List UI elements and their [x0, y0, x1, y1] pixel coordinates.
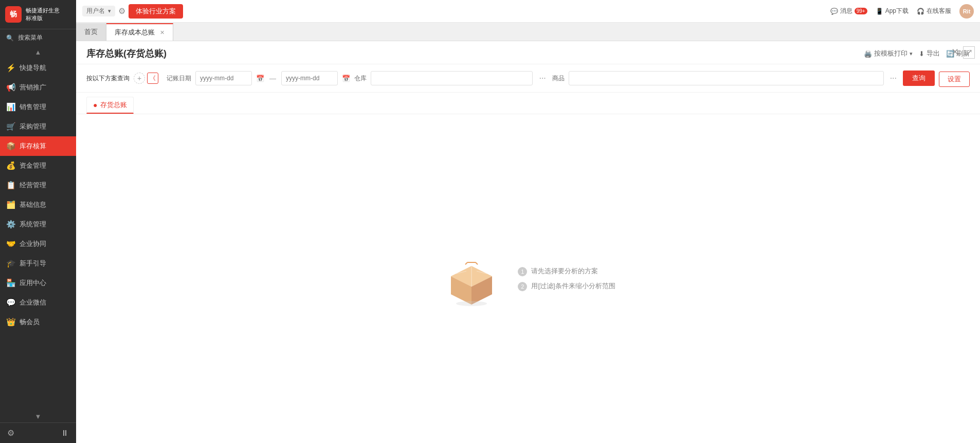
operation-icon: 📋 — [6, 181, 15, 190]
avatar-text: Rit — [963, 8, 971, 14]
quicknav-icon: ⚡ — [6, 63, 15, 73]
logo-subtitle: 标准版 — [26, 14, 60, 22]
date-from-input[interactable] — [195, 71, 252, 85]
product-more-icon[interactable]: ··· — [890, 74, 897, 83]
warehouse-input-area[interactable] — [371, 71, 533, 85]
sidebar-item-quicknav-label: 快捷导航 — [20, 63, 46, 73]
filter-add-btn[interactable]: + — [134, 73, 145, 84]
export-btn[interactable]: ⬇ 导出 — [919, 49, 940, 58]
sidebar-scroll-up[interactable]: ▲ — [0, 46, 76, 58]
sidebar-item-basic-label: 基础信息 — [20, 200, 46, 209]
headset-icon: 🎧 — [917, 8, 924, 15]
vip-icon: 👑 — [6, 317, 15, 327]
sidebar-item-finance-label: 资金管理 — [20, 161, 46, 170]
messages-label: 消息 — [840, 7, 852, 15]
filter-label: 按以下方案查询 — [86, 74, 130, 83]
sidebar-item-vip[interactable]: 👑 畅会员 — [0, 312, 76, 332]
sidebar-item-basic[interactable]: 🗂️ 基础信息 — [0, 195, 76, 215]
sidebar-item-sales-label: 销售管理 — [20, 102, 46, 112]
hint1-num: 1 — [518, 267, 527, 276]
sidebar-item-quicknav[interactable]: ⚡ 快捷导航 — [0, 58, 76, 78]
date-to-input[interactable] — [281, 71, 338, 85]
sidebar-scroll-down[interactable]: ▼ — [0, 411, 76, 422]
warehouse-label: 仓库 — [354, 74, 367, 83]
hint1-text: 请先选择要分析的方案 — [531, 267, 598, 276]
finance-icon: 💰 — [6, 161, 15, 170]
messages-badge: 99+ — [855, 8, 867, 14]
close-btn[interactable]: ✕ — [951, 46, 959, 59]
phone-icon: 📱 — [876, 8, 883, 15]
sidebar-item-appstore-label: 应用中心 — [20, 278, 46, 288]
sidebar-item-finance[interactable]: 💰 资金管理 — [0, 156, 76, 175]
sidebar-item-vip-label: 畅会员 — [20, 317, 40, 327]
industry-btn[interactable]: 体验行业方案 — [129, 4, 183, 19]
sidebar-settings-icon[interactable]: ⚙ — [7, 428, 14, 438]
page-header: 库存总账(存货总账) 🖨️ 按模板打印 ▾ ⬇ 导出 🔄 刷新 ✕ ⤢ — [76, 41, 980, 64]
tab-home[interactable]: 首页 — [76, 23, 106, 41]
sidebar-item-corp[interactable]: 🤝 企业协同 — [0, 234, 76, 254]
page-header-actions: 🖨️ 按模板打印 ▾ ⬇ 导出 🔄 刷新 ✕ ⤢ — [864, 49, 970, 58]
hint2-text: 用[过滤]条件来缩小分析范围 — [531, 281, 615, 291]
online-support-item[interactable]: 🎧 在线客服 — [917, 7, 951, 15]
tab-inventory-ledger-label: 库存成本总账 — [115, 28, 155, 37]
avatar[interactable]: Rit — [959, 4, 974, 19]
tab-inventory-ledger[interactable]: 库存成本总账 ✕ — [106, 23, 173, 41]
calendar-from-icon[interactable]: 📅 — [256, 75, 264, 82]
sidebar-item-inventory[interactable]: 📦 库存核算 — [0, 136, 76, 156]
empty-svg — [441, 248, 502, 310]
user-area[interactable]: 用户名 ▾ — [82, 6, 115, 16]
appstore-icon: 🏪 — [6, 278, 15, 288]
tab-close-icon[interactable]: ✕ — [160, 29, 165, 36]
topbar: 用户名 ▾ ⚙ 体验行业方案 💬 消息 99+ 📱 App下载 🎧 在线客服 R… — [76, 0, 980, 23]
sidebar-item-system[interactable]: ⚙️ 系统管理 — [0, 215, 76, 234]
purchase-icon: 🛒 — [6, 122, 15, 131]
app-download-item[interactable]: 📱 App下载 — [876, 7, 909, 15]
sidebar-item-purchase[interactable]: 🛒 采购管理 — [0, 117, 76, 136]
scheme-item[interactable]: ● 存货总账 — [86, 97, 134, 114]
settings-btn[interactable]: 设置 — [939, 72, 970, 87]
product-input-area[interactable] — [569, 71, 884, 85]
query-btn[interactable]: 查询 — [903, 70, 935, 86]
sidebar-search[interactable]: 🔍 搜索菜单 — [0, 29, 76, 46]
basic-icon: 🗂️ — [6, 200, 15, 209]
sidebar-item-guide[interactable]: 🎓 新手引导 — [0, 254, 76, 273]
empty-illustration — [441, 248, 502, 310]
sidebar-item-operation[interactable]: 📋 经营管理 — [0, 175, 76, 195]
page-title: 库存总账(存货总账) — [86, 47, 167, 60]
print-dropdown-icon[interactable]: ▾ — [910, 50, 913, 57]
topbar-left: 用户名 ▾ ⚙ 体验行业方案 — [82, 4, 826, 19]
sidebar-item-marketing[interactable]: 📢 营销推广 — [0, 78, 76, 97]
sidebar-item-appstore[interactable]: 🏪 应用中心 — [0, 273, 76, 293]
sidebar-search-label: 搜索菜单 — [18, 33, 43, 42]
scheme-label: 存货总账 — [100, 100, 127, 110]
print-btn[interactable]: 🖨️ 按模板打印 ▾ — [864, 49, 913, 58]
warehouse-more-icon[interactable]: ··· — [539, 74, 546, 83]
panel-controls: ✕ ⤢ — [951, 46, 975, 59]
message-icon: 💬 — [830, 8, 838, 15]
main-area: 用户名 ▾ ⚙ 体验行业方案 💬 消息 99+ 📱 App下载 🎧 在线客服 R… — [76, 0, 980, 443]
print-icon: 🖨️ — [864, 50, 872, 58]
logo-icon: 畅 — [5, 6, 22, 23]
tab-home-label: 首页 — [84, 27, 98, 37]
topbar-right: 💬 消息 99+ 📱 App下载 🎧 在线客服 Rit — [830, 4, 974, 19]
guide-icon: 🎓 — [6, 259, 15, 268]
topbar-settings-icon[interactable]: ⚙ — [118, 6, 125, 16]
filter-collapse-btn[interactable]: 《 — [147, 73, 158, 84]
sidebar-toggle-icon[interactable]: ⏸ — [61, 429, 69, 438]
tabbar: 首页 库存成本总账 ✕ — [76, 23, 980, 41]
expand-btn[interactable]: ⤢ — [963, 46, 975, 59]
messages-item[interactable]: 💬 消息 99+ — [830, 7, 867, 15]
sidebar-item-wechat[interactable]: 💬 企业微信 — [0, 293, 76, 312]
export-label: 导出 — [927, 49, 940, 58]
corp-icon: 🤝 — [6, 239, 15, 249]
sidebar-item-sales[interactable]: 📊 销售管理 — [0, 97, 76, 117]
svg-point-7 — [456, 301, 487, 306]
date-label: 记账日期 — [167, 74, 191, 83]
product-label: 商品 — [552, 74, 565, 83]
user-dropdown-icon[interactable]: ▾ — [108, 8, 111, 14]
svg-line-10 — [476, 262, 478, 264]
user-name: 用户名 — [86, 7, 105, 15]
filter-area: 按以下方案查询 + 《 记账日期 📅 — 📅 仓库 ··· 商品 ··· 查询 … — [76, 64, 980, 93]
calendar-to-icon[interactable]: 📅 — [342, 75, 350, 82]
marketing-icon: 📢 — [6, 83, 15, 92]
